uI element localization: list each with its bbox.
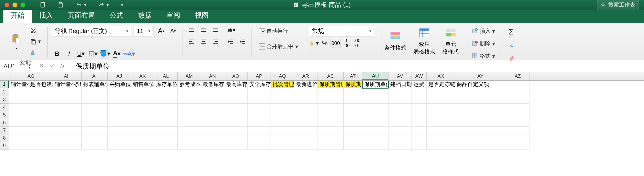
minimize-window-button[interactable] (13, 3, 17, 7)
underline-button[interactable]: U▾ (76, 49, 86, 59)
cell-AI1[interactable]: 报表辅单位 (82, 81, 108, 88)
cell-AS4[interactable] (317, 104, 344, 111)
format-cells-button[interactable]: 格式 ▾ (469, 51, 498, 62)
align-middle-button[interactable] (198, 26, 209, 35)
cell-AZ9[interactable] (506, 142, 529, 150)
cell-AQ7[interactable] (271, 127, 294, 134)
tab-insert[interactable]: 插入 (32, 8, 60, 23)
column-header-AZ[interactable]: AZ (506, 72, 529, 80)
cell-AX3[interactable] (427, 96, 455, 104)
cell-AN4[interactable] (201, 104, 224, 111)
row-header-9[interactable]: 9 (0, 142, 9, 150)
cell-AT3[interactable] (344, 96, 362, 104)
cell-AY8[interactable] (455, 134, 506, 142)
select-all-corner[interactable] (0, 72, 9, 80)
cell-AV6[interactable] (389, 119, 412, 127)
cell-AZ5[interactable] (506, 111, 529, 119)
cell-AG2[interactable] (9, 88, 53, 96)
column-header-AU[interactable]: AU (362, 72, 389, 80)
column-header-AJ[interactable]: AJ (108, 72, 131, 80)
format-painter-button[interactable] (27, 48, 44, 57)
column-header-AL[interactable]: AL (154, 72, 178, 80)
cell-AH4[interactable] (53, 104, 82, 111)
cell-AI4[interactable] (82, 104, 108, 111)
cut-button[interactable] (27, 26, 44, 35)
cell-AU4[interactable] (362, 104, 389, 111)
cell-AT6[interactable] (344, 119, 362, 127)
cell-AN6[interactable] (201, 119, 224, 127)
tab-review[interactable]: 审阅 (159, 8, 188, 23)
cell-AO9[interactable] (224, 142, 248, 150)
cell-AM4[interactable] (178, 104, 201, 111)
cell-AS5[interactable] (317, 111, 344, 119)
column-header-AM[interactable]: AM (178, 72, 201, 80)
cell-AL6[interactable] (154, 119, 178, 127)
cell-AO8[interactable] (224, 134, 248, 142)
cell-AS9[interactable] (317, 142, 344, 150)
new-file-icon[interactable] (37, 0, 49, 10)
cell-AH1[interactable]: 辅计量4条码 (53, 81, 82, 88)
increase-font-button[interactable]: A▴ (156, 26, 167, 36)
cell-AG8[interactable] (9, 134, 53, 142)
column-header-AT[interactable]: AT (344, 72, 362, 80)
formula-input[interactable] (73, 62, 644, 70)
cell-AX9[interactable] (427, 142, 455, 150)
cell-AR6[interactable] (294, 119, 317, 127)
cell-AS1[interactable]: 保质期管理 (317, 81, 344, 88)
column-header-AG[interactable]: AG (9, 72, 53, 80)
increase-indent-button[interactable] (238, 37, 248, 46)
confirm-formula-icon[interactable] (49, 63, 55, 70)
cell-AK4[interactable] (131, 104, 154, 111)
cell-AO6[interactable] (224, 119, 248, 127)
cell-AW1[interactable]: 运费 (412, 81, 427, 88)
cell-AR3[interactable] (294, 96, 317, 104)
cell-AR1[interactable]: 最新进价 (294, 81, 317, 88)
align-top-button[interactable] (186, 26, 197, 35)
wrap-text-button[interactable]: 自动换行 (256, 26, 301, 36)
cell-AM6[interactable] (178, 119, 201, 127)
tab-view[interactable]: 视图 (188, 8, 216, 23)
column-header-AP[interactable]: AP (248, 72, 271, 80)
cell-AQ6[interactable] (271, 119, 294, 127)
cell-AP6[interactable] (248, 119, 271, 127)
column-header-AQ[interactable]: AQ (271, 72, 294, 80)
cell-AW9[interactable] (412, 142, 427, 150)
cell-AR9[interactable] (294, 142, 317, 150)
fx-icon[interactable]: fx (60, 63, 69, 70)
search-sheet-box[interactable]: 搜索工作表 (597, 0, 639, 10)
cell-AW3[interactable] (412, 96, 427, 104)
delete-cells-button[interactable]: ×删除 ▾ (469, 38, 498, 49)
cell-AQ1[interactable]: 批次管理 (271, 81, 294, 88)
cell-AI2[interactable] (82, 88, 108, 96)
cell-AP2[interactable] (248, 88, 271, 96)
cell-AT7[interactable] (344, 127, 362, 134)
row-header-6[interactable]: 6 (0, 119, 9, 127)
cell-AO5[interactable] (224, 111, 248, 119)
spreadsheet-grid[interactable]: AGAHAIAJAKALAMANAOAPAQARASATAUAVAWAXAYAZ… (0, 72, 644, 176)
column-header-AY[interactable]: AY (455, 72, 506, 80)
cell-AM3[interactable] (178, 96, 201, 104)
row-header-2[interactable]: 2 (0, 88, 9, 96)
cell-AJ4[interactable] (108, 104, 131, 111)
cell-AL7[interactable] (154, 127, 178, 134)
align-left-button[interactable] (186, 37, 197, 46)
close-window-button[interactable] (5, 3, 9, 7)
cell-AI6[interactable] (82, 119, 108, 127)
currency-button[interactable]: $▾ (309, 39, 319, 48)
cell-AU6[interactable] (362, 119, 389, 127)
cell-AS6[interactable] (317, 119, 344, 127)
merge-center-button[interactable]: 合并后居中 ▾ (256, 41, 301, 52)
row-header-1[interactable]: 1 (0, 81, 9, 88)
border-button[interactable]: ▾ (88, 49, 98, 59)
cell-AU9[interactable] (362, 142, 389, 150)
cell-AG1[interactable]: 辅计量4是否包装单位 (9, 81, 53, 88)
cell-AJ9[interactable] (108, 142, 131, 150)
cell-AY9[interactable] (455, 142, 506, 150)
paste-button[interactable]: ▾ (8, 32, 24, 52)
cell-AI7[interactable] (82, 127, 108, 134)
redo-icon[interactable]: ▾ (95, 0, 112, 10)
cell-AH3[interactable] (53, 96, 82, 104)
cell-AU2[interactable] (362, 88, 389, 96)
cell-AV3[interactable] (389, 96, 412, 104)
cell-AW6[interactable] (412, 119, 427, 127)
